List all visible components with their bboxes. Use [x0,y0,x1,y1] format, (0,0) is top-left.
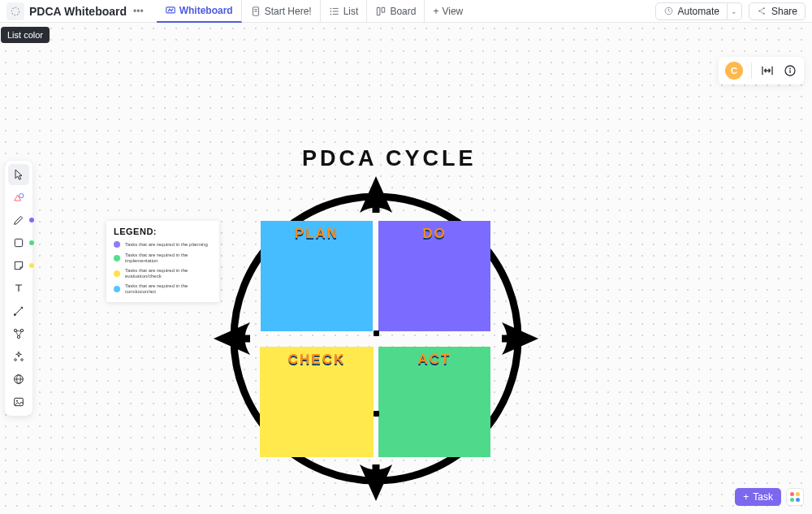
plan-quadrant[interactable]: PLAN [261,221,373,331]
svg-point-24 [17,335,19,338]
svg-rect-20 [15,239,22,246]
legend-text: Tasks that are required in the evaluatio… [125,268,212,279]
legend-row: Tasks that are required in the conclusio… [114,283,212,294]
pen-icon [12,214,25,227]
fit-width-button[interactable] [760,63,775,78]
apps-grid-icon [790,492,800,502]
svg-point-16 [763,13,765,15]
svg-point-9 [330,11,331,12]
button-label: Task [753,491,773,503]
automate-split-button: Automate ⌄ [655,2,742,20]
new-task-button[interactable]: + Task [735,488,781,506]
tool-color-dot [29,263,34,268]
center-marker [374,330,379,336]
tab-board[interactable]: Board [367,0,425,23]
legend-row: Tasks that are required in the evaluatio… [114,268,212,279]
page-title[interactable]: PDCA Whiteboard [29,5,127,18]
shapes-tool[interactable] [8,187,29,208]
plus-icon: + [433,6,438,17]
add-view-button[interactable]: + View [425,6,471,17]
cursor-icon [12,168,25,181]
text-tool[interactable] [8,278,29,299]
do-quadrant[interactable]: DO [378,221,490,331]
svg-rect-11 [378,7,381,15]
svg-point-0 [11,7,19,15]
bottom-right-controls: + Task [735,488,804,506]
diagram-title: PDCA CYCLE [302,146,477,171]
svg-rect-12 [382,7,386,12]
quadrant-label: CHECK [288,352,345,368]
svg-point-19 [19,193,24,197]
center-marker [374,411,379,417]
info-icon [783,63,797,78]
pen-tool[interactable] [8,209,29,231]
topbar-left: PDCA Whiteboard ••• Whiteboard Start Her… [6,0,471,23]
svg-point-22 [14,329,16,331]
tab-whiteboard[interactable]: Whiteboard [157,0,242,23]
ai-tool[interactable] [8,346,29,367]
legend-text: Tasks that are required in the conclusio… [125,283,212,294]
act-quadrant[interactable]: ACT [378,347,490,457]
apps-button[interactable] [786,488,804,506]
svg-point-21 [14,313,16,316]
sticky-note-icon [12,259,25,272]
info-button[interactable] [783,63,797,78]
text-icon [12,282,25,295]
web-tool[interactable] [8,369,29,390]
button-label: Automate [678,6,719,17]
relationship-tool[interactable] [8,323,29,344]
tool-color-dot [29,218,34,222]
divider [751,63,752,79]
tab-label: Whiteboard [179,5,233,16]
quadrant-label: ACT [418,352,451,368]
legend-dot [114,241,120,248]
square-icon [12,236,25,249]
page-icon[interactable] [6,2,24,20]
svg-point-14 [758,10,760,11]
automate-caret[interactable]: ⌄ [728,2,742,20]
tab-list[interactable]: List [321,0,368,23]
svg-point-33 [789,67,791,69]
check-quadrant[interactable]: CHECK [260,347,374,457]
svg-point-10 [330,13,331,15]
quadrant-label: DO [422,226,447,242]
svg-point-25 [15,359,17,361]
sticky-note-tool[interactable] [8,255,29,276]
svg-point-31 [16,400,18,402]
list-color-tooltip: List color [1,27,50,43]
svg-point-26 [21,359,24,361]
user-avatar[interactable]: C [725,62,743,80]
legend-dot [114,270,120,277]
pdca-diagram[interactable]: PLAN DO CHECK ACT [211,174,541,503]
connector-tool[interactable] [8,300,29,322]
share-icon [757,6,767,16]
quadrant-label: PLAN [295,226,339,242]
select-tool[interactable] [8,164,29,185]
globe-icon [12,373,25,386]
image-tool[interactable] [8,391,29,412]
svg-point-23 [20,329,23,331]
legend-dot [114,255,120,261]
share-button[interactable]: Share [749,2,806,20]
doc-icon [250,6,261,17]
legend-text: Tasks that are required in the implement… [125,253,212,263]
canvas-top-controls: C [719,57,804,84]
sparkle-nodes-icon [12,350,25,363]
whiteboard-icon [165,5,176,16]
connector-icon [12,305,25,317]
fit-width-icon [760,63,775,78]
more-menu-icon[interactable]: ••• [132,6,145,17]
tab-label: Board [390,6,416,17]
drawing-toolbar [5,161,32,416]
whiteboard-canvas[interactable]: C LEGEND: Tasks that are required in the… [0,23,812,514]
legend-card[interactable]: LEGEND: Tasks that are required in the p… [106,221,219,302]
rectangle-tool[interactable] [8,232,29,253]
legend-row: Tasks that are required in the planning [114,241,212,248]
svg-line-18 [760,11,762,13]
view-tabs: Whiteboard Start Here! List Board + View [157,0,472,23]
tab-label: List [343,6,359,17]
automate-button[interactable]: Automate [655,2,728,20]
tab-start-here[interactable]: Start Here! [242,0,321,23]
automate-icon [663,6,674,16]
legend-title: LEGEND: [114,227,212,236]
